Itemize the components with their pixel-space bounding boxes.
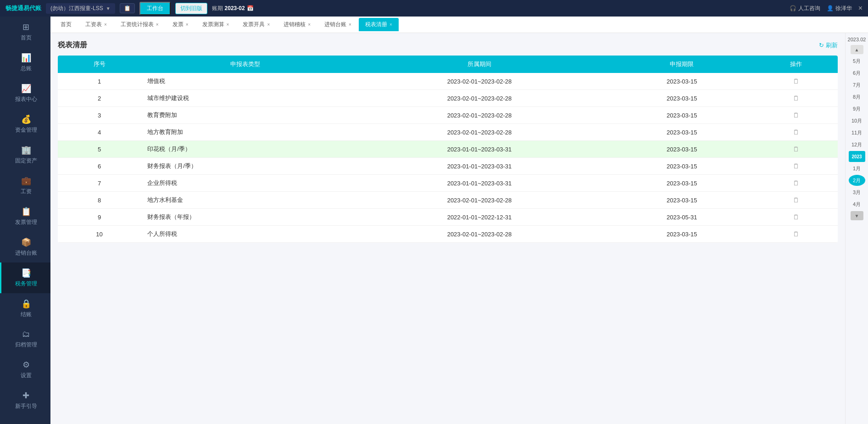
tab-进销台账[interactable]: 进销台账× [318,18,358,31]
sidebar-item-salary[interactable]: 💼工资 [0,170,50,201]
right-panel: 2023.02▲5月6月7月8月9月10月11月12月20231月2月3月4月▼ [845,33,868,424]
cell-action[interactable]: 🗒 [755,90,838,107]
cell-deadline: 2023-05-31 [609,209,755,226]
scroll-down-button[interactable]: ▼ [851,211,863,220]
month-item[interactable]: 8月 [849,91,865,102]
tab-label: 税表清册 [365,21,387,28]
cell-period: 2023-02-01~2023-02-28 [350,90,609,107]
sidebar-label-fund: 资金管理 [15,126,37,134]
action-icon[interactable]: 🗒 [793,179,799,187]
sidebar-item-purchase[interactable]: 📦进销台账 [0,232,50,262]
ai-consult-button[interactable]: 🎧 人工咨询 [790,5,820,12]
table-header-申报表类型: 申报表类型 [141,56,350,73]
month-item[interactable]: 1月 [849,163,865,174]
cell-action[interactable]: 🗒 [755,175,838,192]
guide-icon: ✚ [22,391,29,401]
table-row: 6 财务报表（月/季） 2023-01-01~2023-03-31 2023-0… [58,158,838,175]
cell-period: 2022-01-01~2022-12-31 [350,209,609,226]
tab-close-icon[interactable]: × [104,22,107,27]
year-badge[interactable]: 2023 [849,151,865,162]
tab-税表清册[interactable]: 税表清册× [359,18,399,31]
tab-close-icon[interactable]: × [227,22,229,27]
cell-action[interactable]: 🗒 [755,192,838,209]
top-bar-right: 🎧 人工咨询 👤 徐泽华 × [790,4,862,12]
action-icon[interactable]: 🗒 [793,145,799,153]
sidebar-item-report[interactable]: 📈报表中心 [0,78,50,109]
salary-icon: 💼 [21,176,31,186]
asset-icon: 🏢 [21,145,31,155]
cell-action[interactable]: 🗒 [755,158,838,175]
sidebar-item-guide[interactable]: ✚新手引导 [0,385,50,416]
tab-发票测算[interactable]: 发票测算× [196,18,236,31]
copy-button[interactable]: 📋 [120,3,135,13]
sidebar-label-home: 首页 [21,34,32,42]
tab-close-icon[interactable]: × [267,22,270,27]
action-icon[interactable]: 🗒 [793,230,799,238]
tab-close-icon[interactable]: × [186,22,189,27]
sidebar-label-tax: 税务管理 [15,280,37,288]
sidebar-item-ledger[interactable]: 📊总账 [0,47,50,78]
tab-工资统计报表[interactable]: 工资统计报表× [114,18,165,31]
cell-type: 个人所得税 [141,226,350,243]
sidebar-item-archive[interactable]: 🗂归档管理 [0,324,50,354]
tab-close-icon[interactable]: × [156,22,159,27]
period-label: 账期 2023-02 📅 [212,5,254,12]
switch-version-button[interactable]: 切到旧版 [175,3,207,14]
tab-首页[interactable]: 首页 [54,18,78,31]
action-icon[interactable]: 🗒 [793,95,799,102]
sidebar-item-home[interactable]: ⊞首页 [0,17,50,47]
action-icon[interactable]: 🗒 [793,162,799,170]
month-item[interactable]: 10月 [849,115,865,126]
month-item[interactable]: 11月 [849,127,865,138]
tax-icon: 📑 [21,268,31,278]
sidebar-item-tax[interactable]: 📑税务管理 [0,262,50,293]
tab-close-icon[interactable]: × [349,22,351,27]
action-icon[interactable]: 🗒 [793,213,799,221]
cell-action[interactable]: 🗒 [755,141,838,158]
action-icon[interactable]: 🗒 [793,128,799,136]
tab-进销稽核[interactable]: 进销稽核× [277,18,317,31]
cell-type: 增值税 [141,73,350,90]
action-icon[interactable]: 🗒 [793,112,799,119]
sidebar-item-settings[interactable]: ⚙设置 [0,354,50,385]
sidebar-item-member[interactable]: ◈畅会员 [0,416,50,424]
tab-发票[interactable]: 发票× [166,18,195,31]
tab-发票开具[interactable]: 发票开具× [236,18,276,31]
cell-no: 3 [58,107,141,124]
cell-action[interactable]: 🗒 [755,209,838,226]
month-item[interactable]: 2月 [849,175,865,186]
scroll-up-button[interactable]: ▲ [851,45,863,54]
cell-no: 5 [58,141,141,158]
tab-close-icon[interactable]: × [389,22,392,27]
calendar-icon[interactable]: 📅 [247,5,254,11]
sidebar-item-fund[interactable]: 💰资金管理 [0,109,50,139]
table-header-申报期限: 申报期限 [609,56,755,73]
window-close-button[interactable]: × [858,4,862,12]
sidebar-item-asset[interactable]: 🏢固定资产 [0,139,50,170]
tab-close-icon[interactable]: × [308,22,311,27]
month-item[interactable]: 5月 [849,56,865,67]
action-icon[interactable]: 🗒 [793,78,799,85]
settings-icon: ⚙ [22,360,30,370]
sidebar-item-invoice[interactable]: 📋发票管理 [0,201,50,232]
month-item[interactable]: 4月 [849,199,865,210]
workbench-button[interactable]: 工作台 [139,2,171,15]
month-item[interactable]: 9月 [849,103,865,114]
cell-action[interactable]: 🗒 [755,226,838,243]
cell-deadline: 2023-03-15 [609,73,755,90]
month-item[interactable]: 7月 [849,79,865,90]
month-item[interactable]: 6月 [849,67,865,78]
company-selector[interactable]: (勿动）江西报童-LSS ▼ [46,3,115,14]
sidebar-item-close[interactable]: 🔒结账 [0,293,50,324]
refresh-button[interactable]: ↻ 刷新 [819,41,838,50]
month-item[interactable]: 12月 [849,139,865,150]
tab-工资表[interactable]: 工资表× [79,18,113,31]
content-area: 首页工资表×工资统计报表×发票×发票测算×发票开具×进销稽核×进销台账×税表清册… [50,17,868,424]
user-menu[interactable]: 👤 徐泽华 [827,5,852,12]
cell-action[interactable]: 🗒 [755,107,838,124]
action-icon[interactable]: 🗒 [793,196,799,204]
cell-action[interactable]: 🗒 [755,124,838,141]
main-content: 税表清册 ↻ 刷新 序号申报表类型所属期间申报期限操作 1 增值税 2023-0… [50,33,845,424]
cell-action[interactable]: 🗒 [755,73,838,90]
month-item[interactable]: 3月 [849,187,865,198]
